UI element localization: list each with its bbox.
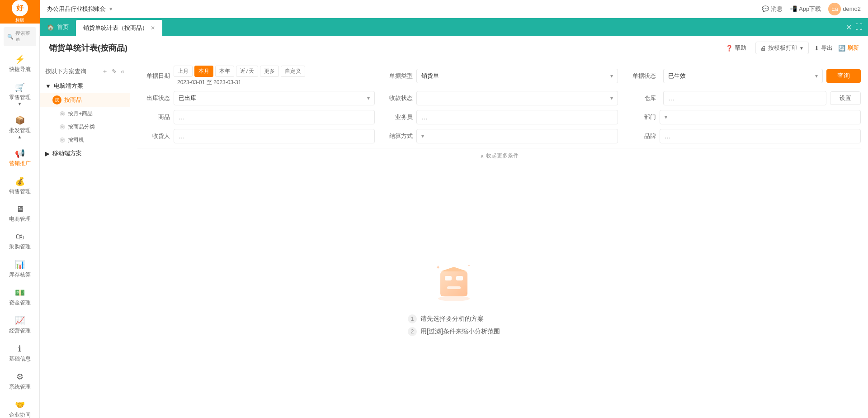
sidebar-item-marketing[interactable]: 📢 营销推广 xyxy=(0,144,40,172)
tree-item-by-driver[interactable]: ㊙ 按司机 xyxy=(40,133,130,147)
tip2-text: 用[过滤]条件来缩小分析范围 xyxy=(420,328,500,336)
empty-tip-1: 1 请先选择要分析的方案 xyxy=(408,314,500,323)
svg-text:✦: ✦ xyxy=(467,264,471,268)
query-button[interactable]: 查询 xyxy=(826,69,861,83)
warehouse-select[interactable]: … xyxy=(663,91,826,105)
dropdown-icon[interactable]: ▾ xyxy=(109,5,113,12)
payment-select[interactable]: ▾ xyxy=(416,91,618,105)
search-menu[interactable]: 🔍 搜索菜单 xyxy=(4,27,36,46)
tree-item-label: 按月+商品 xyxy=(68,110,93,118)
salesperson-select[interactable]: … xyxy=(416,110,618,124)
system-icon: ⚙ xyxy=(16,372,24,382)
date-btn-more[interactable]: 更多 xyxy=(260,66,279,77)
filter-area: 按以下方案查询 ＋ ✎ « ▼ 电脑端方案 按 按商品 xyxy=(40,60,868,169)
date-filter: 单据日期 上月 本月 本年 近7天 更多 自定义 20 xyxy=(137,66,375,86)
svg-rect-2 xyxy=(456,276,463,280)
tabbar: 🏠 首页 销货单统计表（按商品） ✕ ✕ ⛶ xyxy=(40,18,868,36)
collapse-text: 收起更多条件 xyxy=(486,152,519,160)
payment-filter: 收款状态 ▾ xyxy=(380,91,618,105)
sidebar-item-wholesale[interactable]: 📦 批发管理 ▲ xyxy=(0,111,40,144)
home-icon: 🏠 xyxy=(47,24,54,31)
sidebar-item-enterprise[interactable]: 🤝 企业协同 xyxy=(0,395,40,418)
sidebar-item-label: 经营管理 xyxy=(9,327,31,335)
expand-btn[interactable]: ⛶ xyxy=(855,23,863,31)
print-btn[interactable]: 🖨 按模板打印 ▼ xyxy=(755,42,809,54)
user-avatar-area[interactable]: Ea demo2 xyxy=(828,3,861,15)
sidebar-item-retail[interactable]: 🛒 零售管理 ▼ xyxy=(0,78,40,111)
docstatus-select[interactable]: 已生效 ▾ xyxy=(663,69,823,83)
sidebar-item-basic[interactable]: ℹ 基础信息 xyxy=(0,339,40,367)
finance-icon: 💵 xyxy=(15,288,25,298)
empty-tips: 1 请先选择要分析的方案 2 用[过滤]条件来缩小分析范围 xyxy=(408,314,500,336)
tab-active[interactable]: 销货单统计表（按商品） ✕ xyxy=(76,20,162,36)
industry-label: 办公用品行业模拟账套 xyxy=(47,5,106,13)
date-filter-content: 上月 本月 本年 近7天 更多 自定义 2023-03-01 至 2023-03… xyxy=(174,66,375,86)
date-btn-lastmonth[interactable]: 上月 xyxy=(174,66,193,77)
doctype-label: 单据类型 xyxy=(380,72,416,80)
doctype-select[interactable]: 销货单 ▾ xyxy=(416,69,618,83)
sidebar-item-purchase[interactable]: 🛍 采购管理 xyxy=(0,228,40,255)
sidebar-item-label: 批发管理 xyxy=(9,127,31,134)
warehouse-label: 仓库 xyxy=(623,94,660,102)
sidebar-item-quicknav[interactable]: ⚡ 快捷导航 xyxy=(0,50,40,78)
topbar: 办公用品行业模拟账套 ▾ 💬 消息 📲 App下载 Ea demo2 xyxy=(40,0,868,18)
date-btn-7days[interactable]: 近7天 xyxy=(236,66,258,77)
date-buttons: 上月 本月 本年 近7天 更多 自定义 xyxy=(174,66,375,77)
close-all-btn[interactable]: ✕ xyxy=(846,23,852,32)
message-btn[interactable]: 💬 消息 xyxy=(762,5,783,13)
outstatus-select[interactable]: 已出库 ▾ xyxy=(174,91,375,105)
sidebar-item-label: 基础信息 xyxy=(9,355,31,363)
sidebar-item-system[interactable]: ⚙ 系统管理 xyxy=(0,367,40,395)
refresh-btn[interactable]: 🔄 刷新 xyxy=(838,44,859,52)
page-title: 销货单统计表(按商品) xyxy=(49,43,127,53)
empty-tip-2: 2 用[过滤]条件来缩小分析范围 xyxy=(408,327,500,336)
edit-scheme-btn[interactable]: ✎ xyxy=(112,68,117,75)
help-btn[interactable]: ❓ 帮助 xyxy=(722,42,750,54)
date-btn-thisyear[interactable]: 本年 xyxy=(215,66,234,77)
app-download-btn[interactable]: 📲 App下载 xyxy=(790,5,821,13)
brand-filter: 品牌 … xyxy=(623,129,861,143)
sidebar-item-label: 电商管理 xyxy=(9,215,31,223)
doctype-chevron: ▾ xyxy=(610,73,613,79)
collapse-panel-btn[interactable]: « xyxy=(121,68,124,75)
tree-item-by-category[interactable]: ㊙ 按商品分类 xyxy=(40,120,130,133)
date-btn-custom[interactable]: 自定义 xyxy=(281,66,305,77)
app-logo[interactable]: 好 标版 xyxy=(0,0,40,24)
tree-item-by-goods[interactable]: 按 按商品 xyxy=(40,93,130,107)
department-select[interactable]: ▾ xyxy=(660,110,861,124)
page-header-actions: ❓ 帮助 🖨 按模板打印 ▼ ⬇ 导出 🔄 刷新 xyxy=(722,42,859,54)
receiver-select[interactable]: … xyxy=(174,129,375,143)
goods-select[interactable]: … xyxy=(174,110,375,124)
sidebar-item-ecommerce[interactable]: 🖥 电商管理 xyxy=(0,200,40,228)
date-btn-thismonth[interactable]: 本月 xyxy=(194,66,213,77)
brand-select[interactable]: … xyxy=(660,129,861,143)
receiver-filter: 收货人 … xyxy=(137,129,375,143)
ecommerce-icon: 🖥 xyxy=(16,204,24,214)
sidebar-item-inventory[interactable]: 📊 库存核算 xyxy=(0,255,40,283)
collapse-bar[interactable]: ∧ 收起更多条件 xyxy=(137,148,861,163)
export-btn[interactable]: ⬇ 导出 xyxy=(814,44,833,52)
sidebar: 好 标版 🔍 搜索菜单 ⚡ 快捷导航 🛒 零售管理 ▼ 📦 批发管理 ▲ 📢 营… xyxy=(0,0,40,418)
marketing-icon: 📢 xyxy=(15,148,25,158)
tree-group-pc[interactable]: ▼ 电脑端方案 xyxy=(40,79,130,93)
department-filter: 部门 ▾ xyxy=(623,110,861,124)
tree-item-by-month-goods[interactable]: ㊙ 按月+商品 xyxy=(40,107,130,120)
sidebar-item-label: 系统管理 xyxy=(9,383,31,391)
tree-group-label: 电脑端方案 xyxy=(54,82,83,90)
tab-close-btn[interactable]: ✕ xyxy=(151,25,155,31)
setting-button[interactable]: 设置 xyxy=(830,91,861,105)
purchase-icon: 🛍 xyxy=(16,232,24,242)
settlement-select[interactable]: ▾ xyxy=(416,129,618,143)
sidebar-item-finance[interactable]: 💵 资金管理 xyxy=(0,283,40,311)
settlement-label: 结算方式 xyxy=(380,132,416,140)
sidebar-item-label: 销售管理 xyxy=(9,188,31,195)
sidebar-item-operations[interactable]: 📈 经营管理 xyxy=(0,311,40,339)
tab-home[interactable]: 🏠 首页 xyxy=(40,18,76,36)
tree-expand-icon: ▼ xyxy=(45,83,51,90)
sidebar-item-sales[interactable]: 💰 销售管理 xyxy=(0,172,40,200)
settlement-chevron: ▾ xyxy=(421,133,424,139)
tree-group-mobile[interactable]: ▶ 移动端方案 xyxy=(40,147,130,160)
add-scheme-btn[interactable]: ＋ xyxy=(102,67,108,76)
empty-state: ✦ ✦ ✦ 1 请先选择要分析的方案 2 用[过滤]条件来缩小分析范围 xyxy=(40,169,868,418)
salesperson-filter: 业务员 … xyxy=(380,110,618,124)
